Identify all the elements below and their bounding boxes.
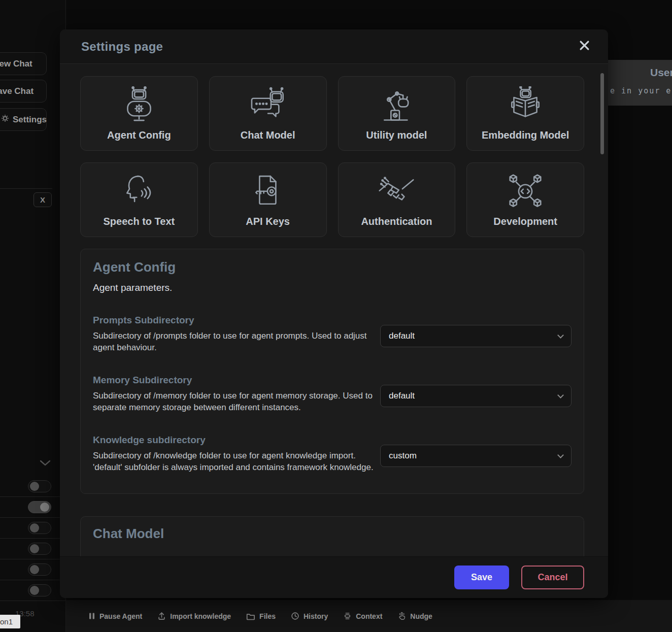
- new-chat-label: New Chat: [0, 59, 32, 69]
- card-label: Utility model: [366, 129, 427, 141]
- card-embedding-model[interactable]: Embedding Model: [466, 76, 584, 151]
- toggle-switch[interactable]: [28, 563, 51, 576]
- nudge-button[interactable]: Nudge: [397, 612, 432, 620]
- toggle-knob: [30, 565, 39, 574]
- field-label: Prompts Subdirectory: [93, 315, 375, 326]
- chevron-down-icon: [557, 452, 564, 458]
- card-label: Development: [493, 216, 557, 227]
- card-development[interactable]: Development: [466, 162, 584, 237]
- toggle-row: [0, 580, 66, 601]
- speaking-face-icon: [120, 173, 158, 211]
- toolbar-label: Import knowledge: [170, 612, 231, 620]
- card-api-keys[interactable]: API Keys: [209, 162, 327, 237]
- context-lines-icon: [343, 612, 352, 620]
- context-button[interactable]: Context: [343, 612, 382, 620]
- card-label: API Keys: [246, 216, 290, 227]
- modal-footer: Save Cancel: [60, 556, 608, 598]
- toggle-row: [0, 497, 66, 518]
- pointing-hand-icon: [397, 612, 406, 620]
- toggle-switch[interactable]: [28, 543, 51, 555]
- toolbar-label: Nudge: [410, 612, 432, 620]
- bottom-toolbar: Pause Agent Import knowledge Files Histo…: [66, 600, 672, 632]
- chevron-down-icon[interactable]: [40, 459, 51, 469]
- robot-arm-icon: [377, 86, 416, 125]
- field-label: Knowledge subdirectory: [93, 435, 375, 446]
- save-chat-button[interactable]: Save Chat: [0, 80, 47, 103]
- toggle-knob: [30, 586, 39, 595]
- modal-header: Settings page: [60, 29, 608, 64]
- select-value: default: [389, 331, 415, 341]
- toggle-row: [0, 518, 66, 539]
- code-cubes-icon: [506, 173, 545, 211]
- toggle-knob: [30, 482, 39, 491]
- pause-agent-button[interactable]: Pause Agent: [88, 612, 142, 620]
- sidebar-close-button[interactable]: X: [33, 192, 52, 207]
- link-preview-tooltip: on1: [0, 615, 20, 628]
- field-knowledge-subdirectory: Knowledge subdirectory Subdirectory of /…: [93, 435, 572, 473]
- modal-scrollbar[interactable]: [600, 73, 604, 154]
- toolbar-label: History: [304, 612, 328, 620]
- chevron-down-icon: [557, 332, 564, 339]
- toolbar-label: Context: [356, 612, 382, 620]
- gear-icon: [1, 114, 9, 125]
- toggle-switch[interactable]: [28, 584, 51, 596]
- document-key-icon: [249, 173, 287, 211]
- knowledge-subdirectory-select[interactable]: custom: [380, 445, 572, 467]
- card-label: Agent Config: [107, 129, 171, 141]
- toggle-knob: [40, 503, 49, 512]
- modal-title: Settings page: [81, 40, 163, 54]
- toggle-row: [0, 559, 66, 580]
- card-agent-config[interactable]: Agent Config: [80, 76, 198, 151]
- modal-content: Agent Config Chat Model: [60, 64, 608, 556]
- sidebar-divider: [0, 188, 52, 189]
- folder-icon: [246, 612, 255, 620]
- settings-nav-cards: Agent Config Chat Model: [80, 76, 584, 237]
- save-chat-label: Save Chat: [0, 86, 33, 96]
- card-authentication[interactable]: Authentication: [338, 162, 456, 237]
- section-title: Agent Config: [93, 259, 572, 275]
- close-icon[interactable]: [579, 40, 590, 53]
- new-chat-button[interactable]: New Chat: [0, 52, 47, 75]
- field-description: Subdirectory of /knowledge folder to use…: [93, 450, 375, 473]
- prompts-subdirectory-select[interactable]: default: [380, 325, 572, 347]
- toggle-row: [0, 539, 66, 559]
- user-message-sender: User: [650, 66, 672, 79]
- card-label: Chat Model: [241, 129, 295, 141]
- field-description: Subdirectory of /memory folder to use fo…: [93, 390, 375, 413]
- toggle-switch[interactable]: [28, 480, 51, 492]
- handshake-icon: [377, 173, 416, 211]
- user-message-text: e in your en: [610, 86, 672, 95]
- clock-icon: [291, 612, 299, 620]
- toolbar-label: Pause Agent: [99, 612, 142, 620]
- history-button[interactable]: History: [291, 612, 328, 620]
- cancel-button[interactable]: Cancel: [521, 566, 584, 589]
- save-button[interactable]: Save: [454, 566, 509, 589]
- card-speech-to-text[interactable]: Speech to Text: [80, 162, 198, 237]
- toggle-switch[interactable]: [28, 522, 51, 534]
- chat-bubbles-robot-icon: [249, 86, 287, 125]
- toolbar-label: Files: [259, 612, 276, 620]
- card-utility-model[interactable]: Utility model: [338, 76, 456, 151]
- field-description: Subdirectory of /prompts folder to use f…: [93, 330, 375, 353]
- toggle-row: [0, 476, 66, 497]
- card-label: Authentication: [361, 216, 432, 227]
- card-label: Speech to Text: [103, 216, 175, 227]
- robot-monitor-icon: [120, 86, 158, 125]
- select-value: default: [389, 391, 415, 401]
- toggle-switch[interactable]: [28, 501, 51, 513]
- memory-subdirectory-select[interactable]: default: [380, 385, 572, 407]
- card-label: Embedding Model: [482, 129, 569, 141]
- field-memory-subdirectory: Memory Subdirectory Subdirectory of /mem…: [93, 375, 572, 413]
- settings-button[interactable]: Settings: [0, 108, 47, 131]
- field-label: Memory Subdirectory: [93, 375, 375, 386]
- select-value: custom: [389, 451, 417, 461]
- toggle-knob: [30, 523, 39, 533]
- chevron-down-icon: [557, 392, 564, 398]
- robot-book-icon: [506, 86, 545, 125]
- import-knowledge-button[interactable]: Import knowledge: [157, 612, 231, 620]
- section-chat-model-partial: Chat Model: [80, 516, 584, 556]
- files-button[interactable]: Files: [246, 612, 276, 620]
- pause-icon: [88, 612, 95, 620]
- card-chat-model[interactable]: Chat Model: [209, 76, 327, 151]
- upload-icon: [157, 612, 166, 620]
